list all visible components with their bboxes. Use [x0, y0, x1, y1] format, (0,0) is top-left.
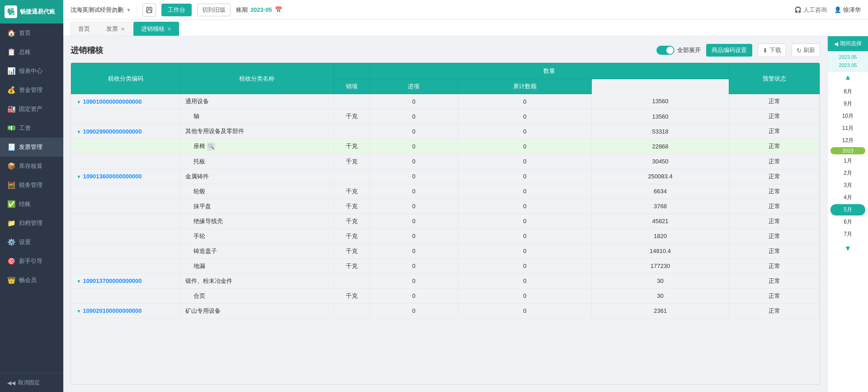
tab-home[interactable]: 首页 [71, 22, 98, 36]
cell-status: 正常 [729, 199, 820, 214]
cell-status: 正常 [729, 139, 820, 154]
table-row[interactable]: 轮毂 千克 0 0 6634 正常 [71, 184, 820, 199]
col-qty-group: 数量 [370, 63, 729, 79]
table-row[interactable]: ▼109013700000000000 锻件、粉末冶金件 0 0 30 正常 [71, 273, 820, 288]
company-selector[interactable]: 沈海英测试经营勿删 ▼ [71, 6, 131, 14]
sidebar-item-tax[interactable]: 🧮 税务管理 [0, 176, 63, 195]
workbench-button[interactable]: 工作台 [161, 4, 192, 16]
product-code-button[interactable]: 商品编码设置 [706, 44, 752, 57]
col-status: 预警状态 [729, 63, 820, 94]
year-2023: 2023 [830, 147, 865, 154]
month-2[interactable]: 2月 [830, 167, 865, 179]
month-10[interactable]: 10月 [830, 110, 865, 122]
sidebar-item-salary[interactable]: 💵 工资 [0, 119, 63, 138]
table-row[interactable]: ▼109010000000000000 通用设备 0 0 13560 正常 [71, 94, 820, 109]
table-row[interactable]: 绝缘导线壳 千克 0 0 45821 正常 [71, 214, 820, 229]
period-label: 账期 [236, 6, 248, 14]
sidebar-item-member[interactable]: 👑 畅会员 [0, 271, 63, 290]
sidebar-unpin[interactable]: ◀◀ 取消固定 [0, 373, 63, 392]
sidebar-item-closing[interactable]: ✅ 结账 [0, 195, 63, 214]
archive-icon: 📁 [7, 219, 15, 227]
sidebar-item-label: 发票管理 [19, 143, 42, 151]
toggle-all-switch[interactable] [656, 46, 675, 55]
cell-code [71, 199, 180, 214]
table-row[interactable]: 座椅 🔍 千克 0 0 22868 正常 [71, 139, 820, 154]
unpin-label: 取消固定 [18, 379, 40, 387]
month-4[interactable]: 4月 [830, 192, 865, 203]
month-6[interactable]: 6月 [830, 216, 865, 228]
table-row[interactable]: 轴 千克 0 0 13560 正常 [71, 109, 820, 124]
cell-status: 正常 [729, 169, 820, 184]
service-button[interactable]: 🎧 人工咨询 [794, 6, 827, 14]
month-1[interactable]: 1月 [830, 155, 865, 167]
table-row[interactable]: ▼109020100000000000 矿山专用设备 0 0 2361 正常 [71, 303, 820, 318]
table-row[interactable]: 合页 千克 0 0 30 正常 [71, 288, 820, 303]
table-row[interactable]: ▼109013600000000000 金属铸件 0 0 250083.4 正常 [71, 169, 820, 184]
sidebar-item-label: 固定资产 [19, 105, 42, 113]
topbar: 沈海英测试经营勿删 ▼ 工作台 切到旧版 账期 2023-05 📅 🎧 人工咨询… [63, 0, 868, 20]
cell-purchase: 0 [458, 288, 591, 303]
sidebar-item-assets[interactable]: 🏭 固定资产 [0, 100, 63, 119]
sidebar-item-invoice[interactable]: 🧾 发票管理 [0, 138, 63, 157]
cell-name: 抹平盘 [180, 199, 334, 214]
table-row[interactable]: 手轮 千克 0 0 1820 正常 [71, 229, 820, 244]
table-row[interactable]: ▼109029900000000000 其他专用设备及零部件 0 0 53318… [71, 124, 820, 139]
sidebar-item-archive[interactable]: 📁 归档管理 [0, 214, 63, 233]
search-icon[interactable]: 🔍 [207, 143, 215, 151]
month-7[interactable]: 7月 [830, 229, 865, 240]
col-tax-code: 税收分类编码 [71, 63, 180, 94]
sidebar-item-funds[interactable]: 💰 资金管理 [0, 81, 63, 100]
sidebar-item-label: 新手引导 [19, 257, 42, 265]
cell-name: 矿山专用设备 [180, 303, 334, 318]
topbar-divider [137, 5, 137, 14]
month-11[interactable]: 11月 [830, 123, 865, 134]
funds-icon: 💰 [7, 86, 15, 94]
sidebar-item-label: 总账 [19, 48, 31, 56]
month-9[interactable]: 9月 [830, 98, 865, 110]
tab-invoice[interactable]: 发票 ✕ [99, 22, 132, 36]
sidebar-item-guide[interactable]: 🎯 新手引导 [0, 252, 63, 271]
save-button[interactable] [142, 3, 156, 17]
sidebar-item-inventory[interactable]: 📦 库存核算 [0, 157, 63, 176]
expand-triangle: ▼ [77, 174, 81, 179]
table-row[interactable]: 铸造盖子 千克 0 0 14810.4 正常 [71, 244, 820, 258]
cell-code [71, 109, 180, 124]
sidebar-item-label: 税务管理 [19, 181, 42, 189]
cell-unit: 千克 [334, 199, 370, 214]
table-row[interactable]: 托板 千克 0 0 30450 正常 [71, 154, 820, 169]
period-top-1[interactable]: 2023.05 [830, 53, 865, 61]
cell-purchase: 0 [458, 303, 591, 318]
month-12[interactable]: 12月 [830, 135, 865, 146]
topbar-right: 🎧 人工咨询 👤 徐泽华 [794, 6, 861, 14]
cell-status: 正常 [729, 214, 820, 229]
cell-sales: 0 [370, 124, 458, 139]
period-value: 2023-05 [250, 6, 272, 13]
download-button[interactable]: ⬇ 下载 [758, 43, 786, 57]
user-menu[interactable]: 👤 徐泽华 [834, 6, 861, 14]
download-icon: ⬇ [763, 47, 768, 54]
cell-status: 正常 [729, 244, 820, 258]
scroll-up-button[interactable]: ▲ [828, 72, 868, 83]
scroll-down-button[interactable]: ▼ [828, 243, 868, 254]
table-row[interactable]: 地漏 千克 0 0 177230 正常 [71, 258, 820, 273]
refresh-button[interactable]: ↻ 刷新 [792, 43, 820, 57]
table-row[interactable]: 抹平盘 千克 0 0 3768 正常 [71, 199, 820, 214]
tab-audit-close[interactable]: ✕ [167, 26, 171, 32]
sidebar-item-ledger[interactable]: 📋 总账 [0, 43, 63, 62]
sidebar-item-reports[interactable]: 📊 报表中心 [0, 62, 63, 81]
cell-name: 铸造盖子 [180, 244, 334, 258]
cell-sales: 0 [370, 199, 458, 214]
month-8[interactable]: 8月 [830, 86, 865, 97]
tab-audit[interactable]: 进销稽核 ✕ [133, 22, 179, 36]
sidebar-item-home[interactable]: 🏠 首页 [0, 24, 63, 43]
cell-unit [334, 273, 370, 288]
month-5[interactable]: 5月 [830, 204, 865, 215]
month-3[interactable]: 3月 [830, 180, 865, 191]
guide-icon: 🎯 [7, 257, 15, 265]
period-top-2[interactable]: 2023.05 [830, 61, 865, 69]
switch-version-button[interactable]: 切到旧版 [197, 4, 231, 16]
tab-invoice-close[interactable]: ✕ [121, 26, 125, 32]
col-total-sub: 累计数额 [458, 79, 591, 94]
calendar-icon[interactable]: 📅 [275, 6, 282, 13]
sidebar-item-settings[interactable]: ⚙️ 设置 [0, 233, 63, 252]
